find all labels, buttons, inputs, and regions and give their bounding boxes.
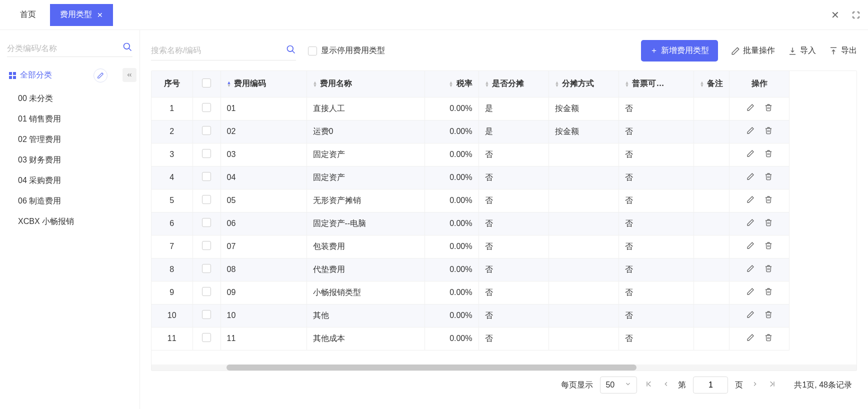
collapse-sidebar-button[interactable] xyxy=(122,68,136,82)
delete-row-button[interactable] xyxy=(764,242,772,252)
th-code[interactable]: ▲▼费用编码 xyxy=(220,71,306,97)
add-expense-type-button[interactable]: ＋ 新增费用类型 xyxy=(641,40,718,62)
edit-row-button[interactable] xyxy=(746,310,754,320)
cell-index: 6 xyxy=(152,212,192,235)
th-name[interactable]: ▲▼费用名称 xyxy=(306,71,424,97)
sidebar-item[interactable]: 02 管理费用 xyxy=(7,130,132,150)
th-check[interactable] xyxy=(192,71,220,97)
row-checkbox[interactable] xyxy=(202,264,211,273)
fullscreen-icon[interactable] xyxy=(850,9,862,21)
sidebar-item[interactable]: XCBX 小畅报销 xyxy=(7,212,132,232)
row-checkbox[interactable] xyxy=(202,126,211,135)
delete-row-button[interactable] xyxy=(764,126,772,136)
batch-operation-button[interactable]: 批量操作 xyxy=(731,46,775,56)
edit-row-button[interactable] xyxy=(746,126,754,136)
delete-row-button[interactable] xyxy=(764,218,772,228)
edit-row-button[interactable] xyxy=(746,104,754,114)
edit-row-button[interactable] xyxy=(746,288,754,298)
tab-home[interactable]: 首页 xyxy=(10,4,46,26)
cell-method: 按金额 xyxy=(548,120,618,143)
row-checkbox[interactable] xyxy=(202,172,211,181)
row-checkbox[interactable] xyxy=(202,333,211,342)
sidebar-item[interactable]: 01 销售费用 xyxy=(7,109,132,130)
prev-page-button[interactable] xyxy=(661,380,671,390)
cell-ops xyxy=(730,143,790,166)
first-page-button[interactable] xyxy=(644,380,654,390)
search-icon[interactable] xyxy=(122,42,132,54)
delete-row-button[interactable] xyxy=(764,196,772,206)
edit-row-button[interactable] xyxy=(746,218,754,228)
th-invoice[interactable]: ▲▼普票可… xyxy=(618,71,694,97)
sidebar-item[interactable]: 03 财务费用 xyxy=(7,150,132,170)
sort-icon: ▲▼ xyxy=(700,81,704,87)
row-checkbox[interactable] xyxy=(202,310,211,319)
select-all-checkbox[interactable] xyxy=(202,78,211,88)
svg-point-0 xyxy=(124,44,130,50)
show-disabled-checkbox[interactable]: 显示停用费用类型 xyxy=(308,46,385,56)
cell-share: 否 xyxy=(478,235,548,258)
toolbar-left: 显示停用费用类型 xyxy=(151,42,385,60)
th-method[interactable]: ▲▼分摊方式 xyxy=(548,71,618,97)
th-share[interactable]: ▲▼是否分摊 xyxy=(478,71,548,97)
svg-rect-4 xyxy=(9,76,12,79)
row-checkbox[interactable] xyxy=(202,149,211,158)
row-checkbox[interactable] xyxy=(202,195,211,204)
delete-row-button[interactable] xyxy=(764,334,772,344)
th-rate[interactable]: ▲▼税率 xyxy=(424,71,478,97)
cell-name: 小畅报销类型 xyxy=(306,281,424,304)
sidebar-item[interactable]: 06 制造费用 xyxy=(7,191,132,212)
edit-row-button[interactable] xyxy=(746,334,754,344)
sidebar-all-categories[interactable]: 全部分类 xyxy=(7,67,132,84)
per-page-select[interactable]: 50 xyxy=(600,376,637,394)
table-wrap: 序号 ▲▼费用编码 ▲▼费用名称 ▲▼税率 ▲▼是否分摊 ▲▼分摊方式 ▲▼普票… xyxy=(151,70,857,371)
close-icon[interactable]: ✕ xyxy=(97,11,103,19)
cell-name: 其他 xyxy=(306,304,424,327)
delete-row-button[interactable] xyxy=(764,104,772,114)
horizontal-scrollbar[interactable] xyxy=(152,364,856,370)
scrollbar-thumb[interactable] xyxy=(226,364,636,370)
edit-row-button[interactable] xyxy=(746,242,754,252)
table-row: 707包装费用0.00%否否 xyxy=(152,235,790,258)
cell-remark xyxy=(694,235,730,258)
cell-method xyxy=(548,143,618,166)
sidebar-list: 00 未分类01 销售费用02 管理费用03 财务费用04 采购费用06 制造费… xyxy=(7,88,132,232)
delete-row-button[interactable] xyxy=(764,150,772,160)
import-button[interactable]: 导入 xyxy=(788,46,816,56)
export-button[interactable]: 导出 xyxy=(829,46,857,56)
edit-row-button[interactable] xyxy=(746,196,754,206)
sidebar-item[interactable]: 04 采购费用 xyxy=(7,170,132,191)
svg-line-7 xyxy=(292,50,295,53)
edit-row-button[interactable] xyxy=(746,150,754,160)
last-page-button[interactable] xyxy=(767,380,777,390)
table-row: 909小畅报销类型0.00%否否 xyxy=(152,281,790,304)
cell-name: 固定资产--电脑 xyxy=(306,212,424,235)
row-checkbox[interactable] xyxy=(202,241,211,250)
cell-remark xyxy=(694,304,730,327)
edit-row-button[interactable] xyxy=(746,172,754,182)
next-page-button[interactable] xyxy=(750,380,760,390)
edit-categories-button[interactable] xyxy=(94,68,108,82)
page-suffix: 页 xyxy=(735,380,743,390)
cell-share: 否 xyxy=(478,327,548,350)
cell-share: 是 xyxy=(478,120,548,143)
row-checkbox[interactable] xyxy=(202,218,211,227)
delete-row-button[interactable] xyxy=(764,288,772,298)
delete-row-button[interactable] xyxy=(764,172,772,182)
delete-row-button[interactable] xyxy=(764,264,772,274)
sidebar-item[interactable]: 00 未分类 xyxy=(7,88,132,109)
cell-index: 7 xyxy=(152,235,192,258)
delete-row-button[interactable] xyxy=(764,310,772,320)
table-row: 303固定资产0.00%否否 xyxy=(152,143,790,166)
sidebar-search-input[interactable] xyxy=(7,44,122,53)
page-number-input[interactable] xyxy=(693,376,728,394)
th-index[interactable]: 序号 xyxy=(152,71,192,97)
edit-row-button[interactable] xyxy=(746,264,754,274)
th-remark[interactable]: ▲▼备注 xyxy=(694,71,730,97)
row-checkbox[interactable] xyxy=(202,103,211,112)
close-tabs-icon[interactable]: ✕ xyxy=(829,9,841,21)
toolbar-search-input[interactable] xyxy=(151,46,286,55)
svg-line-1 xyxy=(129,48,132,51)
search-icon[interactable] xyxy=(286,44,296,57)
row-checkbox[interactable] xyxy=(202,287,211,296)
tab-expense-type[interactable]: 费用类型 ✕ xyxy=(50,4,113,26)
